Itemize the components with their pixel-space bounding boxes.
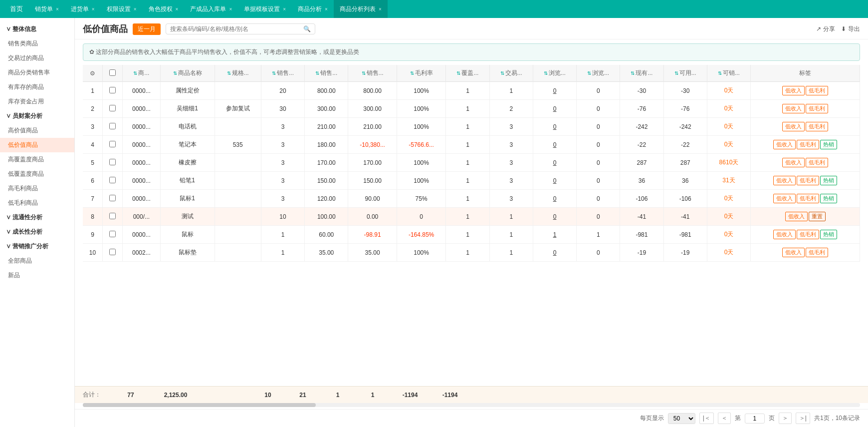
col-views2[interactable]: ⇅浏览... (577, 65, 620, 82)
close-icon[interactable]: × (283, 6, 286, 12)
sidebar-item-all-goods[interactable]: 全部商品 (0, 254, 74, 268)
close-icon[interactable]: × (229, 6, 232, 12)
row-views1[interactable]: 0 (533, 136, 576, 154)
sidebar-group-overview[interactable]: ∨ 整体信息 (0, 22, 74, 36)
views-link[interactable]: 0 (553, 159, 557, 166)
export-btn[interactable]: ⬇ 导出 (841, 25, 860, 33)
row-views1[interactable]: 0 (533, 172, 576, 190)
close-icon[interactable]: × (56, 6, 59, 12)
close-icon[interactable]: × (92, 6, 95, 12)
row-checkbox[interactable] (109, 87, 116, 93)
select-all-checkbox[interactable] (109, 69, 116, 76)
close-icon[interactable]: × (134, 6, 137, 12)
search-input[interactable] (170, 25, 301, 32)
nav-roles[interactable]: 角色授权 × (143, 0, 185, 18)
sidebar-item-traded-goods[interactable]: 交易过的商品 (0, 51, 74, 65)
search-icon[interactable]: 🔍 (303, 25, 311, 32)
row-checkbox[interactable] (109, 213, 116, 219)
views-link[interactable]: 1 (553, 231, 557, 238)
col-sellable[interactable]: ⇅可销... (707, 65, 750, 82)
row-checkbox[interactable] (109, 231, 116, 237)
table-row: 100002...鼠标垫135.0035.00100%1100-19-190天低… (83, 244, 860, 262)
col-sales3[interactable]: ⇅销售... (348, 65, 397, 82)
sidebar-item-category-sales[interactable]: 商品分类销售率 (0, 65, 74, 80)
row-checkbox[interactable] (109, 141, 116, 147)
nav-purchase[interactable]: 进货单 × (65, 0, 101, 18)
nav-analysis-list[interactable]: 商品分析列表 × (334, 0, 388, 18)
row-views1[interactable]: 0 (533, 154, 576, 172)
row-views1[interactable]: 0 (533, 118, 576, 136)
last-page-btn[interactable]: ＞| (796, 413, 810, 424)
col-spec[interactable]: ⇅规格... (215, 65, 261, 82)
row-sales-price: 170.00 (305, 154, 348, 172)
scrollbar-track[interactable] (83, 403, 860, 407)
row-views1[interactable]: 0 (533, 82, 576, 100)
row-views1[interactable]: 0 (533, 244, 576, 262)
nav-home[interactable]: 首页 (4, 0, 29, 18)
nav-sales[interactable]: 销货单 × (29, 0, 65, 18)
row-checkbox[interactable] (109, 159, 116, 165)
col-margin[interactable]: ⇅毛利率 (397, 65, 446, 82)
col-sales2[interactable]: ⇅销售... (305, 65, 348, 82)
views-link[interactable]: 0 (553, 213, 557, 220)
sidebar-item-high-coverage[interactable]: 高覆盖度商品 (0, 152, 74, 167)
nav-template[interactable]: 单据模板设置 × (238, 0, 292, 18)
row-margin: -5766.6... (397, 136, 446, 154)
row-views1[interactable]: 1 (533, 226, 576, 244)
col-trade[interactable]: ⇅交易... (489, 65, 533, 82)
row-checkbox[interactable] (109, 195, 116, 201)
row-checkbox[interactable] (109, 123, 116, 129)
nav-permissions[interactable]: 权限设置 × (101, 0, 143, 18)
col-name[interactable]: ⇅商品名称 (160, 65, 215, 82)
sidebar-group-flow[interactable]: ∨ 流通性分析 (0, 210, 74, 225)
sidebar-item-new-goods[interactable]: 新品 (0, 268, 74, 283)
sidebar-item-sales-goods[interactable]: 销售类商品 (0, 36, 74, 51)
col-sales1[interactable]: ⇅销售... (261, 65, 304, 82)
sidebar-group-value[interactable]: ∨ 员财案分析 (0, 109, 74, 123)
row-sales-total: 170.00 (348, 154, 397, 172)
sidebar-item-low-coverage[interactable]: 低覆盖度商品 (0, 167, 74, 181)
close-icon[interactable]: × (325, 6, 328, 12)
nav-product-analysis[interactable]: 商品分析 × (292, 0, 334, 18)
sidebar-group-growth[interactable]: ∨ 成长性分析 (0, 225, 74, 239)
next-page-btn[interactable]: ＞ (779, 413, 792, 424)
filter-btn[interactable]: 近一月 (133, 23, 161, 35)
col-settings[interactable]: ⚙ (83, 65, 103, 82)
sidebar-item-high-value[interactable]: 高价值商品 (0, 123, 74, 138)
views-link[interactable]: 0 (553, 123, 557, 130)
row-checkbox[interactable] (109, 105, 116, 111)
sidebar-item-stock-goods[interactable]: 有库存的商品 (0, 80, 74, 94)
sidebar-item-stock-capital[interactable]: 库存资金占用 (0, 94, 74, 109)
col-code[interactable]: ⇅商... (122, 65, 160, 82)
row-views1[interactable]: 0 (533, 208, 576, 226)
row-margin: 75% (397, 190, 446, 208)
first-page-btn[interactable]: |＜ (699, 413, 714, 424)
views-link[interactable]: 0 (553, 87, 557, 94)
prev-page-btn[interactable]: ＜ (718, 413, 731, 424)
col-current[interactable]: ⇅现有... (620, 65, 663, 82)
row-num: 10 (83, 244, 103, 262)
views-link[interactable]: 0 (553, 141, 557, 148)
views-link[interactable]: 0 (553, 105, 557, 112)
sidebar-item-low-margin[interactable]: 低毛利商品 (0, 196, 74, 210)
col-views1[interactable]: ⇅浏览... (533, 65, 576, 82)
close-icon[interactable]: × (379, 6, 382, 12)
row-views1[interactable]: 0 (533, 190, 576, 208)
col-available[interactable]: ⇅可用... (663, 65, 707, 82)
share-btn[interactable]: ↗ 分享 (816, 25, 835, 33)
sidebar-item-high-margin[interactable]: 高毛利商品 (0, 181, 74, 196)
row-views1[interactable]: 0 (533, 100, 576, 118)
views-link[interactable]: 0 (553, 249, 557, 256)
col-coverage[interactable]: ⇅覆盖... (446, 65, 489, 82)
sidebar-item-low-value[interactable]: 低价值商品 (0, 138, 74, 152)
views-link[interactable]: 0 (553, 177, 557, 184)
row-checkbox[interactable] (109, 249, 116, 255)
page-input[interactable] (745, 414, 765, 424)
scrollbar-thumb[interactable] (83, 403, 316, 407)
page-size-select[interactable]: 50 20 100 (668, 413, 695, 424)
row-checkbox[interactable] (109, 177, 116, 183)
views-link[interactable]: 0 (553, 195, 557, 202)
nav-products[interactable]: 产成品入库单 × (184, 0, 238, 18)
close-icon[interactable]: × (176, 6, 179, 12)
sidebar-group-marketing[interactable]: ∨ 营销推广分析 (0, 239, 74, 254)
